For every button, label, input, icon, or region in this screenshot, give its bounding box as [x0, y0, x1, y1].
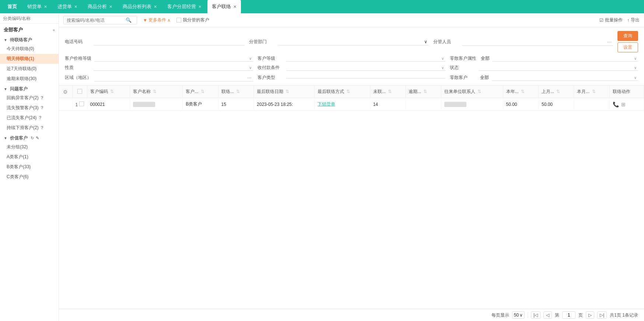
col-header-name[interactable]: 客户名称 ⇅ [130, 86, 182, 98]
col-header-current-year[interactable]: 本年... ⇅ [503, 86, 538, 98]
filter-customer-level-field: 客户等级 ∨ [258, 55, 446, 62]
nav-customer-contact[interactable]: 客户联络 ✕ [207, 0, 241, 13]
last-page-button[interactable]: ▷| [597, 311, 607, 319]
sidebar-item-churned[interactable]: 已流失客户(24) ？ [0, 113, 59, 123]
filter-retail-customer-select[interactable]: ∨ [492, 75, 638, 81]
sort-overdue-icon: ⇅ [423, 89, 427, 94]
sidebar-item-ungrouped[interactable]: 未分组(32) [0, 142, 59, 152]
batch-op-label: 批量操作 [605, 17, 623, 23]
sidebar-item-declining[interactable]: 持续下滑客户(2) ？ [0, 123, 59, 133]
row-checkbox-cell: 1 [72, 98, 87, 111]
nav-sales-close[interactable]: ✕ [44, 4, 47, 9]
row-checkbox[interactable] [79, 101, 84, 106]
filter-person-select[interactable]: ··· [462, 38, 613, 46]
col-header-contact-person[interactable]: 往来单位联系人 ⇅ [441, 86, 503, 98]
sidebar-collapse-icon: « [53, 28, 55, 32]
my-customer-checkbox[interactable] [176, 18, 181, 23]
export-button[interactable]: ↑ 导出 [627, 17, 640, 23]
nav-goods-list-close[interactable]: ✕ [154, 4, 157, 9]
col-header-last-contact-method[interactable]: 最后联络方式 ⇅ [314, 86, 370, 98]
sidebar-item-7days-contact[interactable]: 近7天待联络(0) [0, 64, 59, 74]
filter-price-level-field: 客户价格等级 ∨ [65, 55, 253, 62]
filter-status-arrow-icon: ∨ [634, 66, 637, 70]
more-filter-button[interactable]: ▼ 更多条件 ∧ [140, 15, 174, 25]
filter-dept-field: 分管部门 ∨ [249, 38, 429, 45]
value-group-refresh-icon[interactable]: ↻ [31, 136, 34, 140]
filter-phone-input[interactable] [94, 38, 245, 45]
row-last-contact-method[interactable]: 下销货单 [318, 101, 335, 107]
page-size-select[interactable]: 50 ∨ [512, 311, 525, 319]
filter-price-level-select[interactable]: ∨ [94, 56, 253, 62]
nav-customer-tier-close[interactable]: ✕ [198, 4, 202, 9]
sidebar-search-area: 🔍 [0, 13, 59, 24]
filter-nature-select[interactable]: ∨ [94, 65, 253, 71]
query-button[interactable]: 查询 [617, 31, 638, 41]
nav-goods-analysis[interactable]: 商品分析 ✕ [83, 0, 117, 13]
main-toolbar: 🔍 ▼ 更多条件 ∧ 我分管的客户 ☑ 批量操作 ↑ 导出 [59, 13, 644, 27]
nav-sales-label: 销货单 [27, 3, 42, 10]
filter-retail-customer-label: 零散客户 [450, 75, 476, 81]
sidebar: 🔍 全部客户 « ▼ 待联络客户 今天待联络(0) 明天待联络(1) 近7天待联… [0, 13, 59, 321]
col-header-contact-count[interactable]: 联络... ⇅ [218, 86, 253, 98]
filter-status-select[interactable]: ∨ [479, 65, 638, 71]
filter-customer-type-field: 客户类型 [258, 75, 446, 81]
filter-region-dots-icon[interactable]: ··· [247, 75, 252, 80]
nav-purchase[interactable]: 进货单 ✕ [53, 0, 82, 13]
row-action-phone-icon[interactable]: 📞 [613, 101, 619, 107]
nav-customer-contact-close[interactable]: ✕ [233, 4, 237, 9]
prev-page-button[interactable]: ◁ [543, 311, 552, 319]
col-header-last-month[interactable]: 上月... ⇅ [538, 86, 574, 98]
sidebar-search-input[interactable] [3, 16, 58, 21]
filter-retail-attr-select[interactable]: ∨ [493, 56, 638, 62]
nav-goods-analysis-close[interactable]: ✕ [109, 4, 112, 9]
filter-customer-type-label: 客户类型 [258, 75, 283, 81]
sidebar-item-overdue-contact[interactable]: 逾期未联络(30) [0, 74, 59, 84]
row-name [133, 102, 155, 107]
filter-payment-field: 收付款条件 ∨ [258, 65, 446, 71]
nav-sales[interactable]: 销货单 ✕ [23, 0, 52, 13]
filter-person-dots-icon[interactable]: ··· [607, 39, 612, 45]
table-select-all-checkbox[interactable] [77, 89, 82, 94]
sidebar-item-churn-warning[interactable]: 流失预警客户(3) ？ [0, 103, 59, 113]
page-number-input[interactable] [562, 311, 575, 319]
my-customer-checkbox-area[interactable]: 我分管的客户 [176, 17, 209, 23]
nav-home[interactable]: 首页 [3, 0, 21, 13]
page-label: 第 [555, 312, 559, 318]
sidebar-all-customers[interactable]: 全部客户 « [0, 24, 59, 35]
first-page-button[interactable]: |◁ [531, 311, 540, 319]
main-search-input[interactable] [67, 18, 126, 23]
col-header-code[interactable]: 客户编码 ⇅ [87, 86, 130, 98]
col-header-overdue[interactable]: 逾期... ⇅ [406, 86, 441, 98]
batch-operation-button[interactable]: ☑ 批量操作 [599, 17, 623, 23]
sidebar-item-class-b[interactable]: B类客户(33) [0, 162, 59, 172]
col-header-last-contact-date[interactable]: 最后联络日期 ⇅ [254, 86, 315, 98]
settings-button[interactable]: 设置 [617, 42, 638, 52]
nav-customer-tier[interactable]: 客户分层经营 ✕ [163, 0, 206, 13]
col-header-current-month[interactable]: 本月... ⇅ [574, 86, 609, 98]
nav-goods-list[interactable]: 商品分析列表 ✕ [118, 0, 161, 13]
row-action-menu-icon[interactable]: ⊞ [621, 101, 626, 107]
filter-label: 更多条件 [148, 17, 166, 23]
sidebar-item-repurchase-anomaly[interactable]: 回购异常客户(2) ？ [0, 93, 59, 103]
filter-nature-arrow-icon: ∨ [249, 66, 252, 70]
value-group-edit-icon[interactable]: ✎ [36, 136, 39, 140]
filter-person-field: 分管人员 ··· [433, 38, 613, 46]
filter-region-select[interactable]: ··· [94, 74, 253, 82]
filter-customer-type-select[interactable] [286, 77, 446, 79]
filter-region-field: 区域（地区） ··· [65, 74, 253, 82]
sidebar-item-class-c[interactable]: C类客户(6) [0, 172, 59, 182]
filter-dept-select[interactable]: ∨ [278, 38, 429, 45]
sidebar-item-class-a[interactable]: A类客户(1) [0, 152, 59, 162]
main-search-icon[interactable]: 🔍 [126, 17, 132, 23]
row-last-contact-date: 2023-05-23 18:25: [257, 102, 293, 107]
filter-actions: 查询 设置 [617, 31, 638, 52]
nav-purchase-close[interactable]: ✕ [74, 4, 77, 9]
col-header-no-contact[interactable]: 未联... ⇅ [370, 86, 405, 98]
next-page-button[interactable]: ▷ [586, 311, 594, 319]
filter-payment-select[interactable]: ∨ [286, 65, 446, 71]
sidebar-item-today-contact[interactable]: 今天待联络(0) [0, 44, 59, 54]
sidebar-item-tomorrow-contact[interactable]: 明天待联络(1) [0, 54, 59, 64]
col-header-customer-type[interactable]: 客户... ⇅ [183, 86, 218, 98]
table-settings-gear-icon[interactable]: ⚙ [63, 89, 68, 95]
filter-customer-level-select[interactable]: ∨ [286, 56, 446, 62]
